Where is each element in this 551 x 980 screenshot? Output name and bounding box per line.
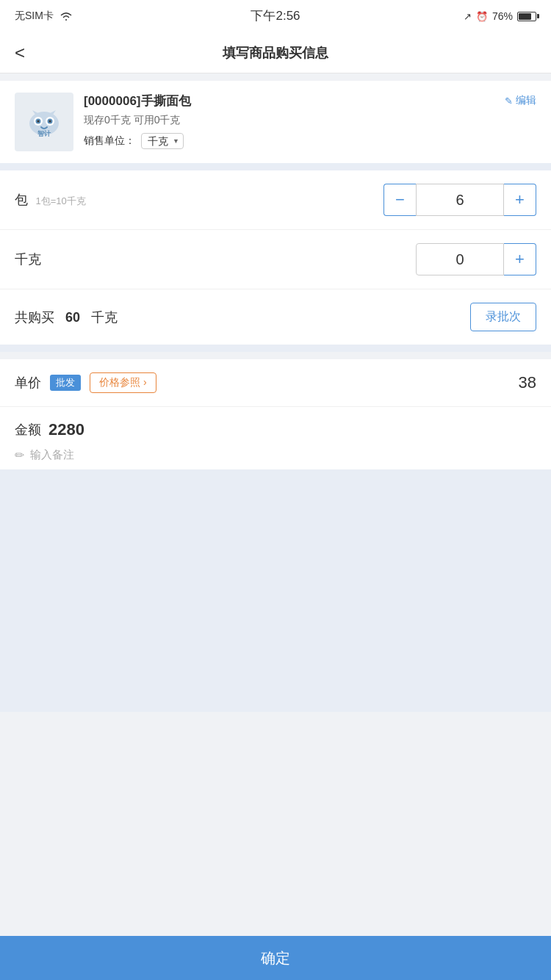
kg-label: 千克 (15, 252, 41, 267)
owl-logo-icon: 智计 (26, 107, 62, 137)
total-amount: 60 (65, 310, 80, 325)
location-icon: ↗ (464, 11, 472, 22)
unit-select[interactable]: 千克 (141, 133, 184, 149)
total-label: 共购买 60 千克 (15, 310, 118, 325)
kg-label-group: 千克 (15, 251, 41, 268)
carrier-text: 无SIM卡 (15, 10, 54, 23)
product-image: 智计 (15, 93, 73, 151)
edit-button[interactable]: ✎ 编辑 (505, 94, 536, 107)
kg-qty-row: 千克 + (0, 230, 551, 289)
bao-sublabel: 1包=10千克 (35, 195, 85, 206)
total-row: 共购买 60 千克 录批次 (0, 289, 551, 345)
total-unit: 千克 (91, 310, 118, 325)
kg-qty-controls: + (416, 243, 536, 275)
price-value: 38 (519, 373, 536, 392)
kg-plus-button[interactable]: + (504, 243, 536, 275)
price-ref-button[interactable]: 价格参照 › (90, 372, 156, 393)
edit-label: 编辑 (516, 94, 536, 107)
divider-1 (0, 163, 551, 170)
amount-section: 金额 2280 ✏ 输入备注 (0, 407, 551, 469)
bao-qty-row: 包 1包=10千克 − + (0, 170, 551, 230)
alarm-icon: ⏰ (476, 11, 488, 22)
battery-icon (517, 12, 536, 21)
status-time: 下午2:56 (251, 7, 300, 24)
confirm-button[interactable]: 确定 (0, 936, 551, 980)
bottom-area (0, 469, 551, 712)
status-carrier: 无SIM卡 (15, 10, 73, 23)
price-label: 单价 (15, 374, 41, 392)
battery-pct: 76% (492, 10, 513, 22)
svg-point-5 (37, 120, 40, 123)
bao-plus-button[interactable]: + (504, 184, 536, 216)
svg-text:智计: 智计 (37, 130, 51, 137)
product-name: [0000006]手撕面包 (84, 93, 536, 109)
divider-2 (0, 345, 551, 352)
wifi-icon (60, 11, 73, 21)
bao-qty-input[interactable] (416, 184, 504, 216)
total-text-group: 共购买 60 千克 (15, 309, 118, 326)
unit-select-wrap[interactable]: 千克 (141, 133, 184, 149)
nav-bar: < 填写商品购买信息 (0, 32, 551, 73)
unit-label-text: 销售单位： (84, 134, 135, 148)
amount-label: 金额 (15, 421, 41, 439)
product-info: [0000006]手撕面包 现存0千克 可用0千克 销售单位： 千克 (84, 93, 536, 149)
bao-qty-controls: − + (383, 184, 536, 216)
remark-label: 输入备注 (30, 448, 74, 462)
kg-qty-input[interactable] (416, 243, 504, 275)
amount-value: 2280 (48, 420, 84, 439)
product-stock: 现存0千克 可用0千克 (84, 114, 536, 127)
back-button[interactable]: < (15, 43, 25, 63)
quantity-section: 包 1包=10千克 − + 千克 + 共购买 60 千克 (0, 170, 551, 345)
svg-point-6 (49, 120, 51, 123)
status-bar: 无SIM卡 下午2:56 ↗ ⏰ 76% (0, 0, 551, 32)
product-card: 智计 [0000006]手撕面包 现存0千克 可用0千克 销售单位： 千克 ✎ … (0, 81, 551, 163)
status-right: ↗ ⏰ 76% (464, 10, 536, 22)
price-badge: 批发 (50, 375, 81, 391)
batch-button[interactable]: 录批次 (470, 303, 536, 331)
page-title: 填写商品购买信息 (223, 44, 328, 62)
amount-row: 金额 2280 (15, 420, 536, 439)
edit-icon: ✎ (505, 96, 513, 107)
bao-label: 包 (15, 192, 28, 207)
price-section: 单价 批发 价格参照 › 38 (0, 359, 551, 407)
bao-label-group: 包 1包=10千克 (15, 191, 86, 209)
bao-minus-button[interactable]: − (383, 184, 416, 216)
product-unit-row: 销售单位： 千克 (84, 133, 536, 149)
remark-row[interactable]: ✏ 输入备注 (15, 448, 536, 462)
pencil-icon: ✏ (15, 448, 24, 462)
